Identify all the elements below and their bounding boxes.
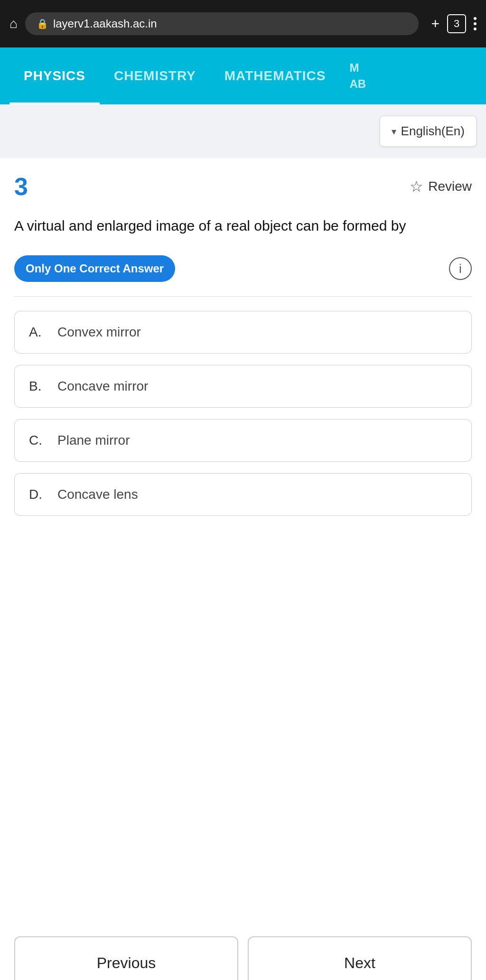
browser-menu-icon[interactable] bbox=[474, 17, 477, 30]
answer-type-row: Only One Correct Answer i bbox=[14, 255, 472, 282]
answer-type-badge: Only One Correct Answer bbox=[14, 255, 175, 282]
option-b-label: B. bbox=[29, 379, 48, 394]
nav-buttons: Previous Next bbox=[0, 917, 486, 980]
new-tab-icon[interactable]: + bbox=[431, 16, 439, 32]
tab-physics[interactable]: PHYSICS bbox=[9, 47, 100, 104]
option-a[interactable]: A. Convex mirror bbox=[14, 311, 472, 354]
review-button[interactable]: ☆ Review bbox=[410, 177, 472, 196]
option-c-text: Plane mirror bbox=[57, 433, 130, 448]
subject-tabs: PHYSICS CHEMISTRY MATHEMATICS M AB bbox=[0, 47, 486, 104]
chevron-down-icon: ▾ bbox=[392, 126, 396, 137]
option-d-label: D. bbox=[29, 487, 48, 502]
star-icon: ☆ bbox=[410, 177, 423, 196]
option-d-text: Concave lens bbox=[57, 487, 138, 502]
option-c[interactable]: C. Plane mirror bbox=[14, 419, 472, 462]
tab-more[interactable]: M AB bbox=[340, 47, 376, 104]
option-a-text: Convex mirror bbox=[57, 325, 141, 340]
question-header: 3 ☆ Review bbox=[14, 172, 472, 201]
option-a-label: A. bbox=[29, 325, 48, 340]
tab-mathematics[interactable]: MATHEMATICS bbox=[210, 47, 340, 104]
option-c-label: C. bbox=[29, 433, 48, 448]
divider bbox=[14, 296, 472, 297]
option-b[interactable]: B. Concave mirror bbox=[14, 365, 472, 408]
previous-button[interactable]: Previous bbox=[14, 936, 238, 980]
tab-chemistry[interactable]: CHEMISTRY bbox=[100, 47, 210, 104]
browser-bar: ⌂ 🔒 layerv1.aakash.ac.in + 3 bbox=[0, 0, 486, 47]
info-icon[interactable]: i bbox=[449, 257, 472, 280]
lock-icon: 🔒 bbox=[37, 18, 48, 29]
main-content: 3 ☆ Review A virtual and enlarged image … bbox=[0, 158, 486, 917]
option-d[interactable]: D. Concave lens bbox=[14, 473, 472, 516]
address-bar[interactable]: 🔒 layerv1.aakash.ac.in bbox=[25, 12, 419, 35]
question-text: A virtual and enlarged image of a real o… bbox=[14, 215, 472, 236]
language-label: English(En) bbox=[401, 124, 465, 139]
language-bar: ▾ English(En) bbox=[0, 104, 486, 158]
options-list: A. Convex mirror B. Concave mirror C. Pl… bbox=[14, 311, 472, 516]
option-b-text: Concave mirror bbox=[57, 379, 148, 394]
language-selector[interactable]: ▾ English(En) bbox=[380, 116, 477, 147]
next-button[interactable]: Next bbox=[248, 936, 472, 980]
review-label: Review bbox=[428, 179, 472, 194]
home-icon[interactable]: ⌂ bbox=[9, 16, 18, 31]
url-text: layerv1.aakash.ac.in bbox=[53, 17, 157, 30]
tab-count-badge[interactable]: 3 bbox=[447, 14, 466, 33]
question-number: 3 bbox=[14, 172, 28, 201]
